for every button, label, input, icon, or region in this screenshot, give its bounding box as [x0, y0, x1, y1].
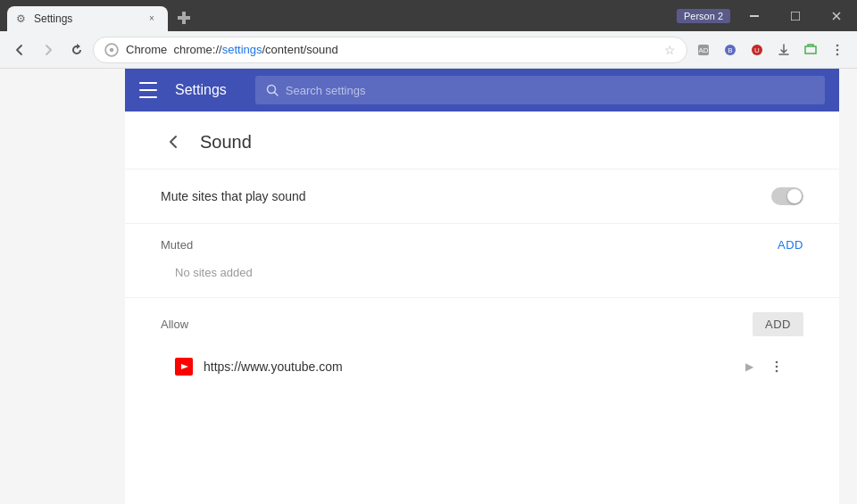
close-window-button[interactable] — [816, 0, 857, 31]
settings-header: Settings — [125, 69, 839, 112]
mute-toggle[interactable] — [771, 187, 803, 205]
minimize-icon — [750, 15, 759, 17]
url-display: Chrome chrome://settings/content/sound — [126, 43, 657, 56]
search-settings-input[interactable] — [286, 84, 814, 97]
tab-favicon-icon: ⚙ — [16, 12, 29, 25]
settings-search-box[interactable] — [255, 76, 825, 104]
close-window-icon — [832, 12, 841, 21]
svg-point-22 — [776, 370, 778, 373]
svg-text:AD: AD — [698, 46, 708, 54]
youtube-favicon — [175, 358, 193, 376]
search-icon — [266, 84, 279, 96]
ext-icon-1[interactable]: AD — [691, 37, 716, 62]
extension-2-icon: B — [723, 43, 737, 57]
svg-rect-2 — [750, 15, 759, 17]
site-url-text: https://www.youtube.com — [204, 359, 735, 374]
svg-point-16 — [836, 53, 839, 55]
extension-3-icon: U — [750, 43, 764, 57]
svg-point-15 — [836, 48, 839, 51]
svg-point-7 — [110, 47, 114, 52]
muted-section-header: Muted ADD — [161, 238, 803, 252]
muted-section: Muted ADD No sites added — [125, 224, 839, 298]
maximize-icon — [791, 12, 800, 21]
svg-point-14 — [836, 44, 839, 46]
back-to-content-button[interactable] — [161, 129, 186, 154]
content-column: Settings Sound — [125, 69, 839, 504]
titlebar-right: Person 2 — [677, 0, 857, 31]
tab-title: Settings — [34, 12, 139, 25]
refresh-button[interactable] — [64, 37, 89, 62]
mute-toggle-section: Mute sites that play sound — [125, 169, 839, 224]
svg-text:B: B — [728, 46, 732, 54]
hamburger-line-2 — [139, 89, 157, 91]
sidebar — [0, 69, 125, 504]
settings-page-title: Settings — [175, 82, 227, 98]
titlebar-left: ⚙ Settings × — [0, 4, 677, 29]
extension-1-icon: AD — [696, 43, 711, 57]
chrome-menu-icon — [830, 43, 845, 57]
sound-page-title: Sound — [200, 132, 252, 153]
ext-icon-4[interactable] — [771, 37, 796, 62]
site-more-menu-icon — [770, 359, 784, 374]
sound-content-area: Sound Mute sites that play sound Muted A… — [125, 112, 839, 504]
youtube-play-icon — [178, 362, 190, 371]
back-icon — [13, 44, 26, 56]
allow-add-button[interactable]: ADD — [753, 312, 803, 336]
forward-button[interactable] — [36, 37, 61, 62]
site-list-item: https://www.youtube.com ▶ — [161, 347, 803, 386]
bookmark-star-icon[interactable]: ☆ — [664, 43, 676, 57]
url-path: chrome://settings/content/sound — [173, 43, 337, 56]
svg-point-20 — [776, 361, 778, 364]
back-arrow-icon — [165, 134, 181, 150]
extension-5-icon — [803, 43, 818, 57]
ext-icon-5[interactable] — [798, 37, 823, 62]
tab-close-button[interactable]: × — [145, 12, 159, 26]
muted-empty-message: No sites added — [161, 262, 803, 283]
chrome-icon — [104, 43, 119, 57]
refresh-icon — [71, 44, 83, 56]
svg-rect-1 — [178, 16, 190, 20]
chrome-menu-button[interactable] — [825, 37, 850, 62]
muted-section-label: Muted — [161, 238, 193, 252]
hamburger-line-3 — [139, 96, 157, 98]
url-prefix: Chrome — [126, 43, 167, 56]
svg-text:U: U — [754, 46, 760, 54]
titlebar: ⚙ Settings × Person 2 — [0, 0, 857, 31]
ext-icon-2[interactable]: B — [718, 37, 743, 62]
hamburger-menu-button[interactable] — [139, 79, 161, 101]
right-sidebar — [839, 69, 857, 504]
toggle-knob — [787, 189, 802, 203]
allow-section: Allow ADD https://www.youtube.com ▶ — [125, 298, 839, 401]
extension-toolbar: AD B U — [691, 37, 850, 62]
sound-page-header: Sound — [125, 112, 839, 169]
allow-section-label: Allow — [161, 318, 188, 331]
allow-section-header: Allow ADD — [161, 312, 803, 336]
person-badge[interactable]: Person 2 — [677, 9, 730, 23]
minimize-button[interactable] — [734, 0, 775, 31]
svg-line-18 — [274, 93, 278, 96]
svg-rect-3 — [791, 12, 800, 21]
browser-tab[interactable]: ⚙ Settings × — [7, 6, 168, 31]
omnibox[interactable]: Chrome chrome://settings/content/sound ☆ — [93, 37, 687, 63]
muted-add-button[interactable]: ADD — [778, 238, 803, 252]
ext-icon-3[interactable]: U — [745, 37, 770, 62]
svg-marker-19 — [181, 364, 188, 369]
maximize-button[interactable] — [775, 0, 816, 31]
main-layout: Settings Sound — [0, 69, 857, 504]
download-icon — [777, 43, 791, 57]
addressbar: Chrome chrome://settings/content/sound ☆… — [0, 31, 857, 69]
new-tab-icon — [177, 11, 191, 25]
mute-toggle-label: Mute sites that play sound — [161, 189, 306, 203]
back-button[interactable] — [7, 37, 32, 62]
new-tab-button[interactable] — [171, 5, 196, 30]
forward-icon — [42, 44, 54, 56]
svg-point-21 — [776, 366, 778, 368]
hamburger-line-1 — [139, 82, 157, 84]
site-expand-arrow-icon[interactable]: ▶ — [745, 360, 753, 373]
site-menu-button[interactable] — [764, 354, 789, 379]
